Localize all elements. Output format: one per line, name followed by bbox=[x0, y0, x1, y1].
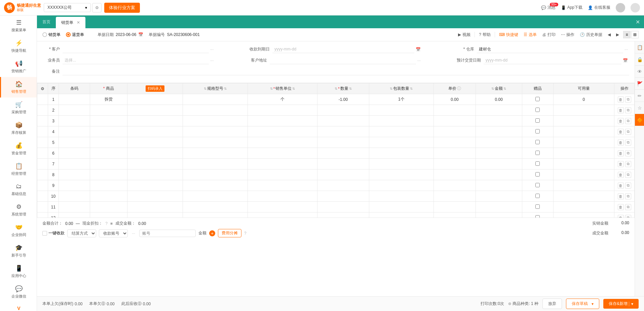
th-settings[interactable]: ⚙ bbox=[37, 83, 48, 94]
cell-gift-1[interactable] bbox=[522, 94, 553, 105]
gift-checkbox[interactable] bbox=[535, 194, 540, 198]
copy-icon[interactable]: ⧉ bbox=[625, 204, 631, 210]
fees-btn[interactable]: 费用分摊 bbox=[218, 229, 241, 237]
sidebar-item-member[interactable]: V 畅会员 bbox=[0, 302, 37, 311]
add-btn[interactable]: + bbox=[209, 230, 215, 236]
copy-icon[interactable]: ⧉ bbox=[625, 107, 631, 113]
copy-icon[interactable]: ⧉ bbox=[625, 140, 631, 146]
trial-button[interactable]: 体验行业方案 bbox=[104, 3, 140, 13]
sidebar-item-app-center[interactable]: 📱 应用中心 bbox=[0, 261, 37, 282]
delete-icon[interactable]: 🗑 bbox=[618, 215, 624, 218]
right-action-6[interactable]: ☆ bbox=[635, 102, 644, 114]
tab-sales-order[interactable]: 销货单 ✕ bbox=[56, 17, 85, 28]
gift-checkbox-1[interactable] bbox=[535, 97, 540, 101]
toolbar-history-btn[interactable]: 🕐 历史单据 bbox=[578, 31, 604, 38]
gift-checkbox[interactable] bbox=[535, 140, 540, 144]
delete-icon-1[interactable]: 🗑 bbox=[618, 96, 624, 103]
right-action-4[interactable]: 🚩 bbox=[635, 78, 644, 90]
gift-checkbox[interactable] bbox=[535, 183, 540, 187]
salesperson-dots-btn[interactable]: ··· bbox=[209, 58, 215, 63]
sidebar-item-finance[interactable]: 💰 资金管理 bbox=[0, 139, 37, 159]
right-action-orange[interactable]: 🔶 bbox=[635, 114, 644, 126]
copy-icon[interactable]: ⧉ bbox=[625, 161, 631, 167]
delete-icon[interactable]: 🗑 bbox=[618, 107, 624, 113]
toolbar-shortcut-btn[interactable]: ⌨ 快捷键 bbox=[498, 31, 520, 38]
copy-icon[interactable]: ⧉ bbox=[625, 118, 631, 124]
amount-input[interactable] bbox=[139, 230, 196, 237]
cell-unit-price-1[interactable]: 0.00 bbox=[434, 94, 476, 105]
cell-amount-1[interactable]: 0.00 bbox=[476, 94, 522, 105]
cell-spec-1[interactable] bbox=[183, 94, 248, 105]
tab-close-all-btn[interactable]: ✕ bbox=[632, 19, 644, 25]
cell-pkg-qty-1[interactable]: 1个 bbox=[369, 94, 434, 105]
gift-checkbox[interactable] bbox=[535, 129, 540, 133]
toolbar-next-btn[interactable]: ▶ bbox=[615, 32, 620, 38]
customer-addr-input[interactable] bbox=[270, 56, 416, 64]
gift-checkbox[interactable] bbox=[535, 172, 540, 177]
toolbar-select-btn[interactable]: ☰ 选单 bbox=[522, 31, 538, 38]
gift-checkbox[interactable] bbox=[535, 204, 540, 209]
delete-icon[interactable]: 🗑 bbox=[618, 183, 624, 189]
tab-home[interactable]: 首页 bbox=[37, 15, 56, 28]
sidebar-item-enterprise[interactable]: 🤝 企业协同 bbox=[0, 220, 37, 241]
copy-icon[interactable]: ⧉ bbox=[625, 193, 631, 199]
sidebar-item-sales[interactable]: 🏠 销售管理 bbox=[0, 77, 37, 98]
delete-icon[interactable]: 🗑 bbox=[618, 193, 624, 199]
delete-icon[interactable]: 🗑 bbox=[618, 150, 624, 156]
cell-product-1[interactable]: 拆货 bbox=[90, 94, 127, 105]
customer-dots-btn[interactable]: ··· bbox=[209, 47, 215, 52]
radio-sales[interactable]: 销货单 bbox=[42, 32, 61, 38]
radio-return[interactable]: 退货单 bbox=[66, 32, 84, 38]
delete-icon[interactable]: 🗑 bbox=[618, 140, 624, 146]
app-download-button[interactable]: 📱 App下载 bbox=[561, 5, 582, 10]
toolbar-help-btn[interactable]: ? 帮助 bbox=[478, 31, 492, 38]
avatar2[interactable] bbox=[631, 3, 640, 12]
sidebar-item-search[interactable]: ☰ 搜索菜单 bbox=[0, 15, 37, 36]
copy-icon[interactable]: ⧉ bbox=[625, 215, 631, 218]
toolbar-video-btn[interactable]: ▶ 视频 bbox=[457, 31, 472, 38]
toolbar-operate-btn[interactable]: ⋯ 操作 bbox=[560, 31, 576, 38]
save-draft-arrow[interactable]: ▾ bbox=[589, 302, 594, 306]
customer-input[interactable] bbox=[63, 45, 209, 53]
sidebar-item-operations[interactable]: 📋 经营管理 bbox=[0, 159, 37, 180]
copy-icon[interactable]: ⧉ bbox=[625, 129, 631, 135]
receive-date-input[interactable] bbox=[272, 45, 414, 53]
right-action-1[interactable]: 📋 bbox=[635, 41, 644, 53]
delete-icon[interactable]: 🗑 bbox=[618, 118, 624, 124]
one-click-collect-checkbox[interactable]: 一键收款 bbox=[42, 230, 65, 236]
delete-icon[interactable]: 🗑 bbox=[618, 129, 624, 135]
layout-grid-btn[interactable]: ⊞ bbox=[631, 31, 639, 38]
copy-icon[interactable]: ⧉ bbox=[625, 172, 631, 178]
sidebar-item-inventory[interactable]: 📦 库存核算 bbox=[0, 118, 37, 139]
salesperson-input[interactable] bbox=[63, 56, 209, 64]
sidebar-item-newbie[interactable]: 🎓 新手引导 bbox=[0, 241, 37, 261]
online-service-button[interactable]: 👤 在线客服 bbox=[588, 5, 610, 10]
gear-button[interactable]: ⚙ bbox=[92, 3, 102, 12]
gift-checkbox[interactable] bbox=[535, 108, 540, 112]
settlement-method-select[interactable]: 结算方式 bbox=[67, 229, 96, 237]
tab-close-icon[interactable]: ✕ bbox=[77, 20, 80, 25]
sidebar-item-basics[interactable]: 🗂 基础信息 bbox=[0, 180, 37, 200]
company-selector[interactable]: XXXXXX公司 ▾ bbox=[44, 3, 91, 12]
sidebar-item-marketing[interactable]: 📢 营销推广 bbox=[0, 56, 37, 77]
right-action-2[interactable]: 🔒 bbox=[635, 53, 644, 66]
account-select[interactable]: 收款账号 bbox=[99, 229, 128, 237]
warehouse-input[interactable] bbox=[477, 45, 623, 53]
cell-qty-1[interactable]: -1.00 bbox=[317, 94, 369, 105]
expected-date-calendar-icon[interactable]: 📅 bbox=[621, 58, 629, 63]
layout-list-btn[interactable]: ≡ bbox=[623, 31, 631, 38]
sidebar-item-system[interactable]: ⚙ 系统管理 bbox=[0, 200, 37, 220]
sidebar-item-wechat[interactable]: 💬 企业微信 bbox=[0, 282, 37, 302]
cell-unit-1[interactable]: 个 bbox=[248, 94, 317, 105]
sidebar-item-quick-nav[interactable]: ⚡ 快捷导航 bbox=[0, 36, 37, 56]
save-new-btn[interactable]: 保存&新增 ▾ bbox=[603, 299, 639, 309]
remark-input[interactable] bbox=[63, 68, 629, 75]
calendar-icon[interactable]: 📅 bbox=[138, 32, 143, 37]
delete-icon[interactable]: 🗑 bbox=[618, 172, 624, 178]
save-draft-btn[interactable]: 保存草稿 ▾ bbox=[566, 299, 599, 309]
toolbar-prev-btn[interactable]: ◀ bbox=[606, 32, 612, 38]
avatar[interactable] bbox=[616, 3, 625, 12]
right-action-3[interactable]: 👁 bbox=[635, 66, 644, 78]
expected-date-input[interactable] bbox=[484, 56, 621, 64]
copy-icon[interactable]: ⧉ bbox=[625, 150, 631, 156]
